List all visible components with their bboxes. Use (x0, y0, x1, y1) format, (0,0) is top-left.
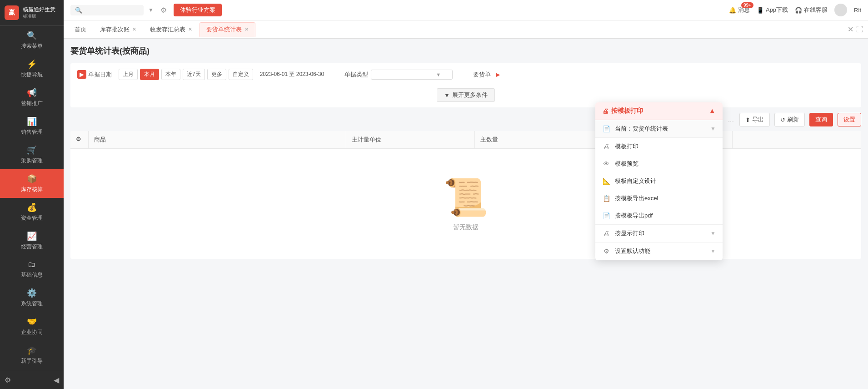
col-settings[interactable]: ⚙ (70, 131, 89, 148)
export-btn[interactable]: ⬆ 导出 (739, 113, 770, 126)
sidebar-label-newbie: 新手引导 (21, 357, 43, 365)
finance-icon: 💰 (27, 202, 37, 212)
trial-button[interactable]: 体验行业方案 (174, 4, 222, 16)
date-btn-more[interactable]: 更多 (207, 69, 226, 80)
search-arrow[interactable]: ▼ (148, 7, 154, 13)
sidebar-item-basic[interactable]: 🗂 基础信息 (0, 255, 64, 283)
dropdown-item-design[interactable]: 📐 模板自定义设计 (595, 172, 723, 190)
sales-icon: 📊 (27, 116, 37, 126)
refresh-btn[interactable]: ↺ 刷新 (774, 113, 805, 126)
close-tab-inventory[interactable]: ✕ (132, 26, 136, 32)
date-btn-current-month[interactable]: 本月 (140, 69, 159, 80)
sidebar-item-search[interactable]: 🔍 搜索菜单 (0, 26, 64, 55)
sidebar-item-system[interactable]: ⚙️ 系统管理 (0, 283, 64, 312)
expand-more-icon: ▼ (444, 92, 450, 99)
sidebar-label-collab: 企业协同 (21, 328, 43, 336)
toolbar-divider1: ... (728, 116, 734, 124)
online-service-label: 在线客服 (804, 6, 828, 14)
refresh-icon: ↺ (780, 116, 785, 123)
type-select[interactable]: ▼ (371, 70, 453, 80)
sidebar-item-newbie[interactable]: 🎓 新手引导 (0, 341, 64, 369)
content-area: 要货单统计表(按商品) ▶ 单据日期 上月 本月 本年 近7天 更多 自定义 2… (64, 39, 868, 389)
settings-footer-icon[interactable]: ⚙ (5, 376, 11, 384)
operation-icon: 📈 (27, 231, 37, 241)
inventory-icon: 📦 (27, 174, 37, 184)
settings-btn[interactable]: 设置 (838, 113, 861, 126)
close-tab-order[interactable]: ✕ (244, 26, 249, 32)
sidebar-item-sales[interactable]: 📊 销售管理 (0, 112, 64, 141)
sidebar-label-system: 系统管理 (21, 300, 43, 308)
dropdown-close-btn[interactable]: ▲ (708, 107, 716, 115)
col-extra (733, 131, 861, 148)
refresh-btn-label: 刷新 (787, 116, 799, 124)
sidebar-item-inventory[interactable]: 📦 库存核算 (0, 169, 64, 198)
current-template-label: 当前：要货单统计表 (615, 125, 668, 133)
print-dropdown-menu: 🖨 按模板打印 ▲ 📄 当前：要货单统计表 ▼ 🖨 模板打印 👁 模板预 (595, 102, 723, 260)
tab-receipt-summary[interactable]: 收发存汇总表 ✕ (144, 23, 199, 36)
user-avatar[interactable] (834, 4, 847, 16)
sidebar-label-inventory: 库存核算 (21, 186, 43, 193)
topbar: 🔍 ▼ ⚙ 体验行业方案 🔔 消息 99+ 📱 App下载 🎧 在线客服 Rit (64, 0, 868, 20)
dropdown-current[interactable]: 📄 当前：要货单统计表 ▼ (595, 120, 723, 138)
dropdown-item-preview[interactable]: 👁 模板预览 (595, 155, 723, 172)
app-download-btn[interactable]: 📱 App下载 (757, 6, 788, 14)
type-filter: 单据类型 ▼ (344, 70, 453, 80)
tab-expand-icon[interactable]: ⛶ (856, 25, 863, 34)
col-unit: 主计量单位 (346, 131, 475, 148)
search-input[interactable] (85, 7, 139, 13)
sidebar-item-quicknav[interactable]: ⚡ 快捷导航 (0, 55, 64, 83)
dropdown-item-print[interactable]: 🖨 模板打印 (595, 138, 723, 155)
tab-home-label: 首页 (75, 25, 86, 34)
username-label: Rit (854, 7, 861, 14)
query-btn-label: 查询 (815, 116, 827, 124)
expand-toggle-icon[interactable]: ▶ (77, 70, 86, 79)
display-print-label: 按显示打印 (615, 229, 644, 237)
sidebar-item-finance[interactable]: 💰 资金管理 (0, 198, 64, 227)
sidebar-item-collab[interactable]: 🤝 企业协同 (0, 312, 64, 341)
dropdown-item-default[interactable]: ⚙ 设置默认功能 ▼ (595, 242, 723, 260)
sidebar-logo: 赢 畅赢通好生意 标准版 (0, 0, 64, 26)
empty-icon: 📜 (443, 176, 489, 219)
notification-btn[interactable]: 🔔 消息 99+ (729, 6, 750, 14)
sidebar-nav: 🔍 搜索菜单 ⚡ 快捷导航 📢 营销推广 📊 销售管理 🛒 采购管理 📦 库存核… (0, 26, 64, 371)
sidebar-label-finance: 资金管理 (21, 214, 43, 222)
sidebar-label-marketing: 营销推广 (21, 100, 43, 107)
sidebar-label-quicknav: 快捷导航 (21, 71, 43, 79)
template-preview-icon: 👁 (602, 160, 610, 167)
display-print-arrow: ▼ (710, 230, 716, 237)
collapse-icon[interactable]: ◀ (54, 376, 59, 384)
date-btn-7days[interactable]: 近7天 (183, 69, 205, 80)
date-btn-prev-month[interactable]: 上月 (119, 69, 138, 80)
date-range-text: 2023-06-01 至 2023-06-30 (260, 71, 324, 78)
sidebar-item-purchase[interactable]: 🛒 采购管理 (0, 141, 64, 169)
app-name: 畅赢通好生意 (23, 6, 55, 14)
dropdown-item-display-print[interactable]: 🖨 按显示打印 ▼ (595, 225, 723, 242)
online-service-btn[interactable]: 🎧 在线客服 (795, 6, 828, 14)
dropdown-section-3: ⚙ 设置默认功能 ▼ (595, 242, 723, 260)
template-preview-label: 模板预览 (615, 160, 639, 168)
template-pdf-label: 按模板导出pdf (615, 212, 653, 220)
sidebar-item-operation[interactable]: 📈 经营管理 (0, 227, 64, 255)
template-pdf-icon: 📄 (602, 212, 610, 219)
expand-more-btn[interactable]: ▼ 展开更多条件 (437, 88, 495, 102)
date-btn-custom[interactable]: 自定义 (229, 69, 253, 80)
col-qty: 主数量 (475, 131, 604, 148)
sidebar-item-marketing[interactable]: 📢 营销推广 (0, 83, 64, 112)
settings-gear-icon[interactable]: ⚙ (160, 6, 167, 15)
tab-inventory-batch[interactable]: 库存批次账 ✕ (94, 23, 143, 36)
query-btn[interactable]: 查询 (809, 113, 833, 126)
search-box[interactable]: 🔍 (70, 5, 144, 15)
date-btn-current-year[interactable]: 本年 (161, 69, 180, 80)
toolbar: 🖨 按模板打印 ▲ ... ⬆ 导出 ↺ 刷新 查询 设置 (70, 113, 861, 126)
app-download-label: App下载 (766, 6, 788, 14)
tab-order-label: 要货单统计表 (206, 25, 242, 34)
default-setting-icon: ⚙ (602, 248, 610, 255)
dropdown-item-excel[interactable]: 📋 按模板导出excel (595, 190, 723, 207)
dropdown-item-pdf[interactable]: 📄 按模板导出pdf (595, 207, 723, 224)
tab-home[interactable]: 首页 (68, 23, 93, 36)
default-setting-arrow: ▼ (710, 248, 716, 254)
close-all-tabs-btn[interactable]: ✕ (848, 25, 853, 34)
tab-order-stats[interactable]: 要货单统计表 ✕ (200, 22, 255, 37)
close-tab-receipt[interactable]: ✕ (188, 26, 192, 32)
quicknav-icon: ⚡ (27, 59, 37, 69)
